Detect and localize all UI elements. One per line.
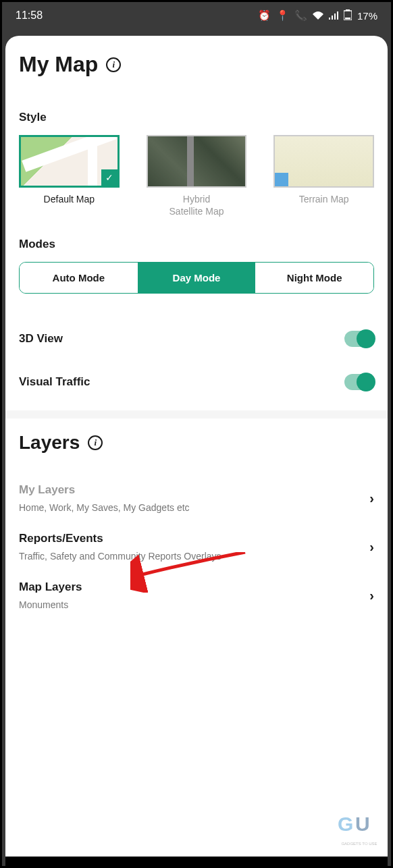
mode-day[interactable]: Day Mode [138,263,256,293]
style-label-satellite: Hybrid Satellite Map [169,193,224,217]
chevron-right-icon: › [369,588,374,603]
watermark: G U GADGETS TO USE [338,812,381,846]
layer-title-reports: Reports/Events [19,532,369,545]
style-thumb-default: ✓ [19,135,120,188]
page-title-text: My Map [19,52,98,77]
section-divider [5,410,388,418]
modes-section-label: Modes [19,238,374,251]
info-icon[interactable]: i [106,57,121,72]
style-label-default: Default Map [44,193,95,205]
layer-sub-my-layers: Home, Work, My Saves, My Gadgets etc [19,502,369,513]
layers-title-text: Layers [19,432,80,454]
toggle-visual-traffic-row: Visual Traffic [19,360,374,404]
location-icon: 📍 [276,9,289,22]
nav-bar [5,857,388,866]
style-section-label: Style [19,111,374,124]
layer-item-my-layers[interactable]: My Layers Home, Work, My Saves, My Gadge… [19,474,374,522]
modes-selector: Auto Mode Day Mode Night Mode [19,262,374,294]
battery-icon [344,9,352,22]
phone-icon: 📞 [294,9,307,22]
svg-text:G: G [338,813,353,835]
layer-sub-reports: Traffic, Safety and Community Reports Ov… [19,551,369,562]
status-time: 11:58 [16,9,43,22]
signal-icon [329,10,338,22]
style-option-satellite[interactable]: Hybrid Satellite Map [147,135,247,217]
style-options: ✓ Default Map Hybrid Satellite Map Terra… [19,135,374,217]
mode-auto[interactable]: Auto Mode [20,263,138,293]
watermark-text: GADGETS TO USE [338,842,381,846]
style-label-terrain: Terrain Map [299,193,349,205]
layer-title-map-layers: Map Layers [19,580,369,594]
style-option-default[interactable]: ✓ Default Map [19,135,120,217]
toggle-3d-view-label: 3D View [19,332,63,346]
chevron-right-icon: › [369,491,374,506]
svg-rect-3 [337,11,338,20]
battery-percent: 17% [357,10,377,22]
mode-night[interactable]: Night Mode [255,263,373,293]
chevron-right-icon: › [369,539,374,555]
status-bar: 11:58 ⏰ 📍 📞 17% [2,2,391,29]
layers-title: Layers i [19,432,374,454]
layer-title-my-layers: My Layers [19,483,369,497]
wifi-icon [313,10,323,22]
style-option-terrain[interactable]: Terrain Map [273,135,374,217]
status-icons: ⏰ 📍 📞 17% [258,9,377,22]
svg-rect-2 [334,13,336,20]
layer-sub-map-layers: Monuments [19,599,369,610]
svg-rect-1 [332,16,333,20]
style-thumb-terrain [273,135,374,188]
toggle-visual-traffic-label: Visual Traffic [19,375,90,389]
app-container: My Map i Style ✓ Default Map Hybrid Sate… [5,36,388,859]
layer-item-reports-events[interactable]: Reports/Events Traffic, Safety and Commu… [19,522,374,571]
toggle-3d-view-row: 3D View [19,317,374,360]
check-icon: ✓ [101,169,117,186]
style-thumb-satellite [147,135,247,188]
svg-rect-0 [329,18,330,20]
svg-text:U: U [355,813,370,835]
alarm-icon: ⏰ [258,9,271,22]
svg-rect-6 [345,18,350,20]
layer-item-map-layers[interactable]: Map Layers Monuments › [19,571,374,620]
page-title: My Map i [19,52,374,77]
toggle-visual-traffic[interactable] [344,374,374,390]
info-icon[interactable]: i [88,435,103,450]
toggle-3d-view[interactable] [344,331,374,347]
